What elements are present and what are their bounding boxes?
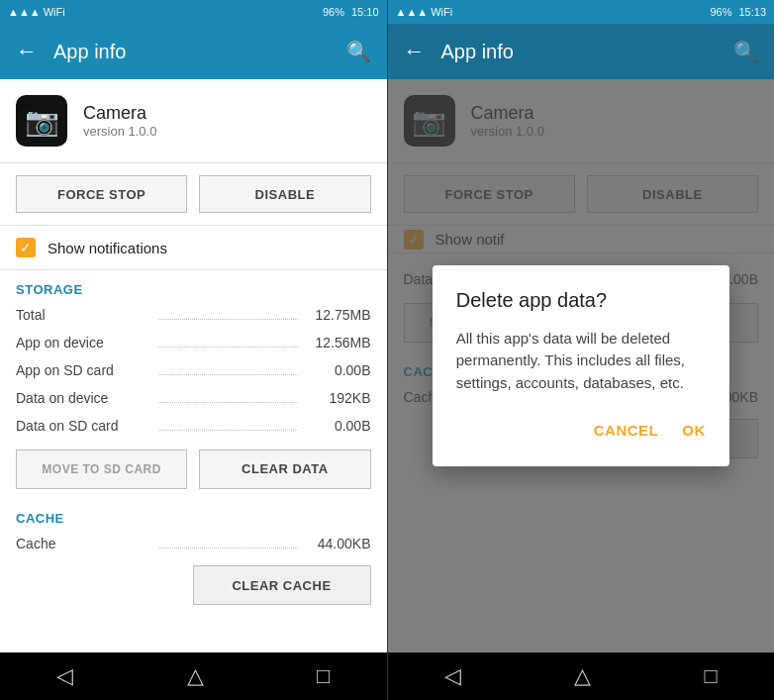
notification-checkbox[interactable]: ✓: [16, 238, 36, 257]
right-signal-icon: ▲▲▲: [396, 6, 429, 18]
search-icon[interactable]: 🔍: [346, 40, 371, 63]
storage-section-header: STORAGE: [0, 270, 387, 301]
time-text: 15:10: [351, 6, 379, 18]
left-status-bar: ▲▲▲ WiFi 96% 15:10: [0, 0, 387, 24]
app-version: version 1.0.0: [83, 124, 156, 139]
app-info-row: 📷 Camera version 1.0.0: [0, 79, 387, 163]
right-bottom-nav: ◁ △ □: [388, 652, 775, 700]
delete-app-data-dialog: Delete app data? All this app's data wil…: [433, 265, 729, 467]
page-title: App info: [53, 41, 331, 63]
dots-data-device: [158, 393, 297, 403]
storage-label-total: Total: [16, 307, 154, 323]
storage-label-data-device: Data on device: [16, 390, 154, 406]
dialog-ok-button[interactable]: OK: [682, 418, 706, 443]
battery-text: 96%: [323, 6, 344, 18]
force-stop-button[interactable]: FORCE STOP: [16, 175, 187, 213]
storage-value-total: 12.75MB: [302, 307, 371, 323]
signal-icon: ▲▲▲: [8, 6, 41, 18]
right-search-icon[interactable]: 🔍: [733, 40, 758, 63]
cache-section-header: CACHE: [0, 499, 387, 530]
left-panel: ▲▲▲ WiFi 96% 15:10 ← App info 🔍 📷 Camera…: [0, 0, 387, 700]
right-nav-home-icon[interactable]: △: [574, 663, 591, 689]
right-header: ← App info 🔍: [388, 24, 775, 79]
cache-value: 44.00KB: [302, 536, 371, 551]
dots-app-device: [158, 338, 297, 348]
dialog-buttons: CANCEL OK: [456, 418, 706, 443]
cache-label: Cache: [16, 536, 154, 551]
dots-total: [158, 310, 297, 320]
dots-app-sd: [158, 365, 297, 375]
right-status-bar: ▲▲▲ WiFi 96% 15:13: [388, 0, 775, 24]
dialog-cancel-button[interactable]: CANCEL: [594, 418, 659, 443]
action-buttons-row: FORCE STOP DISABLE: [0, 163, 387, 226]
right-wifi-icon: WiFi: [431, 6, 452, 18]
storage-label-app-sd: App on SD card: [16, 362, 154, 378]
storage-action-buttons: MOVE TO SD CARD CLEAR DATA: [0, 440, 387, 499]
dots-cache: [158, 539, 297, 549]
storage-row-app-device: App on device 12.56MB: [0, 329, 387, 356]
nav-back-icon[interactable]: ◁: [56, 663, 73, 689]
right-battery-text: 96%: [710, 6, 731, 18]
dialog-overlay: Delete app data? All this app's data wil…: [388, 79, 775, 652]
storage-row-data-device: Data on device 192KB: [0, 384, 387, 412]
right-time-text: 15:13: [738, 6, 766, 18]
storage-row-app-sd: App on SD card 0.00B: [0, 356, 387, 384]
left-status-right: 96% 15:10: [323, 6, 379, 18]
app-name: Camera: [83, 103, 156, 124]
disable-button[interactable]: DISABLE: [199, 175, 370, 213]
right-status-right: 96% 15:13: [710, 6, 766, 18]
storage-value-app-sd: 0.00B: [302, 362, 371, 378]
right-nav-back-icon[interactable]: ◁: [444, 663, 461, 689]
dialog-title: Delete app data?: [456, 289, 706, 312]
storage-value-data-sd: 0.00B: [302, 418, 371, 434]
notification-row: ✓ Show notifications: [0, 226, 387, 270]
dots-data-sd: [158, 421, 297, 431]
dialog-message: All this app's data will be deleted perm…: [456, 328, 706, 395]
notification-label: Show notifications: [48, 240, 167, 256]
right-content: 📷 Camera version 1.0.0 FORCE STOP DISABL…: [388, 79, 775, 652]
storage-row-total: Total 12.75MB: [0, 301, 387, 329]
left-content: 📷 Camera version 1.0.0 FORCE STOP DISABL…: [0, 79, 387, 652]
storage-label-app-device: App on device: [16, 335, 154, 350]
left-bottom-nav: ◁ △ □: [0, 652, 387, 700]
storage-label-data-sd: Data on SD card: [16, 418, 154, 434]
right-panel: ▲▲▲ WiFi 96% 15:13 ← App info 🔍 📷 Camera…: [388, 0, 775, 700]
right-status-icons: ▲▲▲ WiFi: [396, 6, 711, 18]
nav-home-icon[interactable]: △: [187, 663, 204, 689]
wifi-icon: WiFi: [44, 6, 65, 18]
cache-row: Cache 44.00KB: [0, 530, 387, 557]
clear-data-button[interactable]: CLEAR DATA: [199, 450, 370, 489]
storage-value-app-device: 12.56MB: [302, 335, 371, 350]
storage-value-data-device: 192KB: [302, 390, 371, 406]
left-status-icons: ▲▲▲ WiFi: [8, 6, 323, 18]
right-nav-recent-icon[interactable]: □: [704, 663, 717, 689]
nav-recent-icon[interactable]: □: [317, 663, 330, 689]
app-icon: 📷: [16, 95, 67, 147]
storage-row-data-sd: Data on SD card 0.00B: [0, 412, 387, 440]
app-details: Camera version 1.0.0: [83, 103, 156, 139]
back-button[interactable]: ←: [16, 39, 38, 64]
move-to-sd-button[interactable]: MOVE TO SD CARD: [16, 450, 187, 489]
left-header: ← App info 🔍: [0, 24, 387, 79]
right-page-title: App info: [441, 41, 719, 63]
clear-cache-button[interactable]: CLEAR CACHE: [193, 565, 371, 605]
clear-cache-row: CLEAR CACHE: [0, 557, 387, 613]
right-back-button[interactable]: ←: [404, 39, 426, 64]
